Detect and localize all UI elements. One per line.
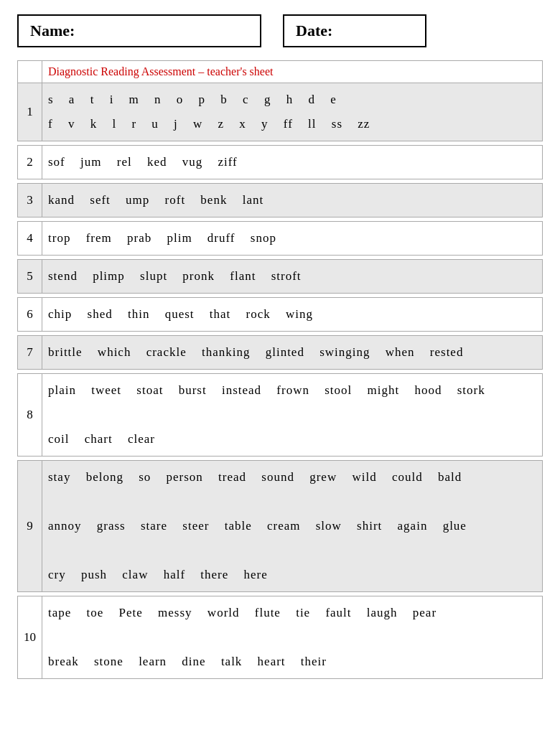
row-words: brittle which crackle thanking glinted s… [42, 336, 543, 370]
row-words: stend plimp slupt pronk flant stroft [42, 260, 543, 294]
row-number: 9 [18, 461, 42, 592]
row-number: 4 [18, 222, 42, 256]
row-words: sof jum rel ked vug ziff [42, 146, 543, 179]
table-row: 7brittle which crackle thanking glinted … [18, 336, 543, 370]
table-row: 8plain tweet stoat burst instead frown s… [18, 374, 543, 457]
row-number: 6 [18, 298, 42, 332]
row-words: chip shed thin quest that rock wing [42, 298, 543, 332]
table-row: 3kand seft ump roft benk lant [18, 184, 543, 217]
spacer-row [18, 679, 543, 683]
table-row: 6chip shed thin quest that rock wing [18, 298, 543, 332]
row-words: kand seft ump roft benk lant [42, 184, 543, 217]
row-number: 8 [18, 374, 42, 457]
row-words: stay belong so person tread sound grew w… [42, 461, 543, 592]
row-words: s a t i m n o p b c g h d e f v k l r u … [42, 83, 543, 141]
row-number: 2 [18, 146, 42, 179]
header: Name: Date: [17, 14, 543, 47]
table-row: 5stend plimp slupt pronk flant stroft [18, 260, 543, 294]
row-words: plain tweet stoat burst instead frown st… [42, 374, 543, 457]
title-num-cell [18, 61, 42, 83]
table-row: 10tape toe Pete messy world flute tie fa… [18, 596, 543, 679]
date-box[interactable]: Date: [283, 14, 426, 47]
assessment-table: Diagnostic Reading Assessment – teacher'… [17, 60, 543, 683]
row-number: 7 [18, 336, 42, 370]
date-label: Date: [296, 22, 332, 39]
table-row: 2sof jum rel ked vug ziff [18, 146, 543, 179]
name-box[interactable]: Name: [17, 14, 261, 47]
row-number: 5 [18, 260, 42, 294]
table-title: Diagnostic Reading Assessment – teacher'… [42, 61, 543, 83]
row-number: 1 [18, 83, 42, 141]
table-row: 1s a t i m n o p b c g h d e f v k l r u… [18, 83, 543, 141]
table-row: 9stay belong so person tread sound grew … [18, 461, 543, 592]
name-label: Name: [30, 22, 75, 39]
row-words: tape toe Pete messy world flute tie faul… [42, 596, 543, 679]
row-words: trop frem prab plim druff snop [42, 222, 543, 256]
row-number: 10 [18, 596, 42, 679]
table-row: 4trop frem prab plim druff snop [18, 222, 543, 256]
row-number: 3 [18, 184, 42, 217]
